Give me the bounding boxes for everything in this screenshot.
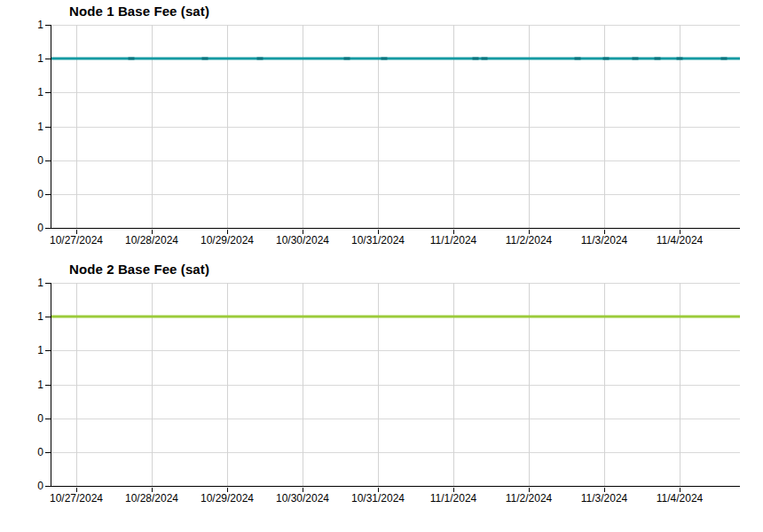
y-gridline [51,127,740,128]
chart-node-2-base-fee: Node 2 Base Fee (sat) 111100010/27/20241… [0,258,763,532]
data-point-mark [633,58,639,60]
y-gridline [51,350,740,351]
x-gridline [529,283,530,486]
data-point-mark [654,58,660,60]
y-tick-label: 0 [6,154,43,167]
y-tick-mark [45,25,51,26]
data-point-mark [602,58,609,60]
x-gridline [76,283,77,486]
y-tick-mark [45,59,51,59]
y-gridline [51,283,740,284]
data-point-mark [202,58,208,60]
data-point-mark [482,58,488,60]
x-tick-label: 11/2/2024 [489,492,569,505]
x-tick-label: 10/31/2024 [338,234,418,246]
y-tick-label: 0 [6,446,43,458]
y-tick-mark [45,92,51,93]
x-gridline [529,25,530,228]
x-tick-label: 11/1/2024 [413,492,493,505]
y-tick-label: 0 [6,222,43,234]
y-gridline [51,92,740,93]
y-tick-label: 1 [6,310,43,323]
y-tick-mark [45,350,51,351]
data-point-mark [721,58,728,60]
chart-node-1-base-fee: Node 1 Base Fee (sat) 111100010/27/20241… [0,0,763,257]
x-tick-label: 10/27/2024 [36,234,116,246]
x-tick-label: 11/4/2024 [640,492,720,505]
y-gridline [51,385,740,386]
x-gridline [227,25,228,228]
y-tick-mark [45,283,51,284]
y-tick-label: 0 [6,480,43,492]
data-point-mark [574,58,580,60]
x-tick-label: 10/28/2024 [112,234,192,246]
x-gridline [152,283,153,486]
x-tick-label: 11/2/2024 [489,234,569,246]
x-gridline [453,25,454,228]
y-gridline [51,452,740,453]
plot-area: 111100010/27/202410/28/202410/29/202410/… [51,283,740,487]
x-tick-label: 11/1/2024 [413,234,493,246]
x-tick-label: 10/29/2024 [187,234,267,246]
x-gridline [152,25,153,228]
data-point-mark [473,58,479,60]
y-tick-mark [45,228,51,229]
y-tick-label: 1 [6,19,43,31]
plot-area: 111100010/27/202410/28/202410/29/202410/… [51,25,740,229]
y-tick-mark [45,317,51,317]
y-tick-label: 1 [6,86,43,98]
y-gridline [51,419,740,419]
y-tick-mark [45,194,51,195]
x-tick-label: 10/30/2024 [263,234,342,246]
y-tick-label: 1 [6,344,43,356]
data-point-mark [381,58,387,60]
y-tick-label: 0 [6,188,43,200]
y-tick-mark [45,385,51,386]
y-tick-mark [45,160,51,161]
x-tick-label: 11/4/2024 [640,234,720,246]
x-tick-label: 10/30/2024 [263,492,342,505]
x-tick-label: 11/3/2024 [564,234,644,246]
x-tick-label: 10/31/2024 [338,492,418,505]
y-tick-label: 1 [6,277,43,289]
y-tick-label: 1 [6,379,43,391]
data-point-mark [676,58,682,60]
y-tick-mark [45,419,51,419]
x-gridline [303,283,303,486]
x-tick-label: 10/27/2024 [36,492,116,505]
x-gridline [303,25,303,228]
chart-title: Node 2 Base Fee (sat) [69,262,209,277]
x-gridline [378,283,379,486]
x-gridline [604,283,605,486]
x-gridline [227,283,228,486]
y-tick-mark [45,486,51,487]
x-gridline [604,25,605,228]
chart-title: Node 1 Base Fee (sat) [69,4,209,19]
y-tick-label: 1 [6,121,43,133]
x-tick-label: 10/28/2024 [112,492,192,505]
y-tick-mark [45,452,51,453]
data-point-mark [129,58,135,60]
x-tick-label: 10/29/2024 [187,492,267,505]
x-gridline [453,283,454,486]
x-gridline [378,25,379,228]
data-point-mark [257,58,264,60]
series-line [51,316,740,318]
x-gridline [680,283,680,486]
x-gridline [680,25,680,228]
y-tick-label: 0 [6,412,43,425]
y-gridline [51,194,740,195]
x-gridline [76,25,77,228]
y-tick-label: 1 [6,52,43,65]
y-tick-mark [45,127,51,128]
x-tick-label: 11/3/2024 [564,492,644,505]
y-gridline [51,160,740,161]
y-gridline [51,25,740,26]
data-point-mark [343,58,350,60]
